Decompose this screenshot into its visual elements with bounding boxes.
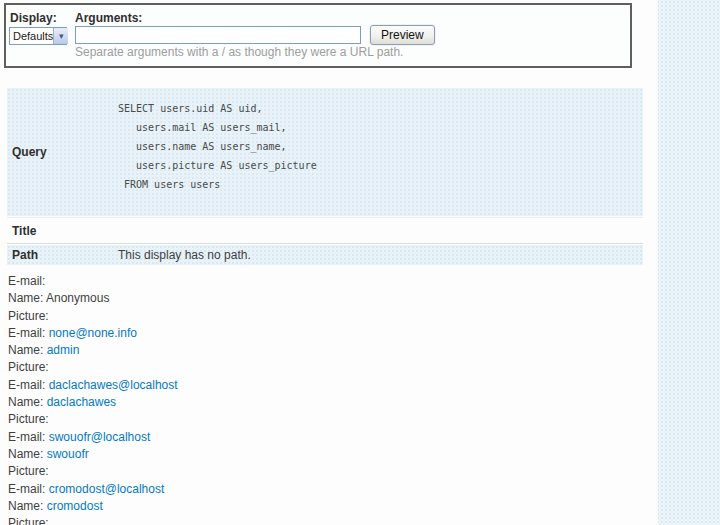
name-value: Anonymous [46,291,109,305]
field-name: Name: daclachawes [8,394,648,411]
email-link[interactable]: none@none.info [49,326,137,340]
field-email: E-mail: cromodost@localhost [8,481,648,498]
chevron-down-icon[interactable]: ▾ [53,28,68,44]
display-select-value: Defaults [13,30,53,42]
field-picture: Picture: [8,515,648,525]
preview-form-box: Display: Defaults ▾ Arguments: Preview S… [4,3,632,68]
results-list: E-mail: Name: Anonymous Picture: E-mail:… [8,273,648,525]
preview-button[interactable]: Preview [370,25,435,45]
display-label: Display: [10,11,57,25]
picture-label: Picture: [8,309,49,323]
arguments-label: Arguments: [75,11,142,25]
field-name: Name: Anonymous [8,290,648,307]
user-link[interactable]: cromodost [47,499,103,513]
name-label: Name: [8,499,43,513]
email-label: E-mail: [8,482,45,496]
field-picture: Picture: [8,308,648,325]
field-name: Name: swouofr [8,446,648,463]
email-label: E-mail: [8,274,45,288]
picture-label: Picture: [8,516,49,525]
content-area: Display: Defaults ▾ Arguments: Preview S… [0,0,658,525]
title-label: Title [7,224,118,238]
arguments-help-text: Separate arguments with a / as though th… [75,45,403,59]
query-row: Query SELECT users.uid AS uid, users.mai… [7,88,643,216]
field-email: E-mail: [8,273,648,290]
email-label: E-mail: [8,430,45,444]
email-link[interactable]: daclachawes@localhost [49,378,178,392]
title-row: Title [7,217,643,244]
display-select[interactable]: Defaults ▾ [9,27,67,45]
field-email: E-mail: none@none.info [8,325,648,342]
user-link[interactable]: swouofr [47,447,89,461]
picture-label: Picture: [8,412,49,426]
email-label: E-mail: [8,326,45,340]
name-label: Name: [8,291,43,305]
field-picture: Picture: [8,411,648,428]
picture-label: Picture: [8,464,49,478]
page: { "preview_form": { "display_label": "Di… [0,0,720,525]
field-email: E-mail: swouofr@localhost [8,429,648,446]
email-link[interactable]: swouofr@localhost [49,430,151,444]
user-link[interactable]: daclachawes [47,395,116,409]
query-sql: SELECT users.uid AS uid, users.mail AS u… [118,99,317,216]
name-label: Name: [8,447,43,461]
email-link[interactable]: cromodost@localhost [49,482,165,496]
field-picture: Picture: [8,359,648,376]
path-label: Path [7,248,118,262]
query-label: Query [7,88,118,216]
path-row: Path This display has no path. [7,245,643,265]
field-picture: Picture: [8,463,648,480]
name-label: Name: [8,395,43,409]
arguments-input[interactable] [75,26,361,44]
field-name: Name: cromodost [8,498,648,515]
field-email: E-mail: daclachawes@localhost [8,377,648,394]
path-value: This display has no path. [118,248,251,262]
field-name: Name: admin [8,342,648,359]
name-label: Name: [8,343,43,357]
email-label: E-mail: [8,378,45,392]
picture-label: Picture: [8,360,49,374]
user-link[interactable]: admin [47,343,80,357]
